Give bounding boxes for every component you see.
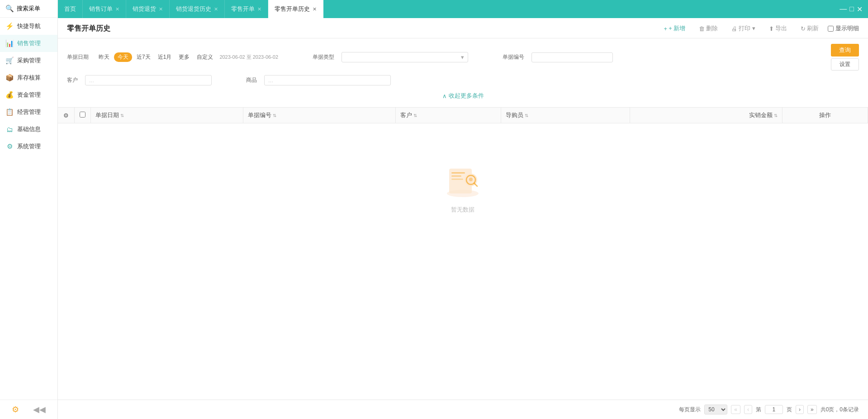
sort-date-icon: ⇅ <box>120 113 124 118</box>
tab-close-retail-open[interactable]: ✕ <box>257 6 261 12</box>
display-detail-checkbox[interactable] <box>828 26 834 32</box>
query-button[interactable]: 查询 <box>831 44 859 56</box>
collapse-row: ∧ 收起更多条件 <box>67 90 859 102</box>
table-body: 暂无数据 <box>58 123 868 250</box>
sidebar-item-finance[interactable]: 💰 资金管理 <box>0 86 57 104</box>
page-word-label: 第 <box>756 406 761 414</box>
tab-sales-return-history[interactable]: 销货退货历史 ✕ <box>170 0 225 18</box>
search-icon: 🔍 <box>5 5 14 13</box>
filter-row-1: 单据日期 昨天 今天 近7天 近1月 更多 自定义 2023-06-02 至 2… <box>67 44 859 71</box>
tab-close-sales-order[interactable]: ✕ <box>115 6 119 12</box>
pagination-bar: 每页显示 10 20 50 100 « ‹ 第 页 › » 共0页，0条记录 <box>58 400 868 419</box>
content-area: 零售开单历史 + + 新增 🗑 删除 🖨 打印 ▾ ⬆ 导出 <box>58 18 868 419</box>
refresh-button[interactable]: ↻ 刷新 <box>796 23 823 34</box>
date-last1m-btn[interactable]: 近1月 <box>155 52 175 62</box>
svg-rect-4 <box>451 179 463 180</box>
add-button[interactable]: + + 新增 <box>659 23 690 34</box>
sidebar-item-purchase-mgmt[interactable]: 🛒 采购管理 <box>0 52 57 69</box>
date-more-btn[interactable]: 更多 <box>176 52 192 62</box>
tab-sales-order[interactable]: 销售订单 ✕ <box>83 0 126 18</box>
th-check[interactable] <box>74 108 90 123</box>
tab-right-actions: — □ ✕ <box>840 5 868 14</box>
sidebar-item-inventory[interactable]: 📦 库存核算 <box>0 69 57 86</box>
current-page-input[interactable] <box>765 405 783 414</box>
collapse-icon[interactable]: ◀◀ <box>33 405 46 414</box>
th-doc-no[interactable]: 单据编号 ⇅ <box>243 108 395 123</box>
tab-sales-return[interactable]: 销货退货 ✕ <box>126 0 170 18</box>
sidebar-item-label: 资金管理 <box>17 91 41 99</box>
sidebar-item-label: 基础信息 <box>17 125 41 133</box>
page-size-select[interactable]: 10 20 50 100 <box>704 405 727 414</box>
quick-nav-icon: ⚡ <box>5 22 14 30</box>
th-amount[interactable]: 实销金额 ⇅ <box>630 108 782 123</box>
window-close-btn[interactable]: ✕ <box>857 5 863 14</box>
date-range: 2023-06-02 至 2023-06-02 <box>219 54 278 61</box>
config-icon: ⚙ <box>63 112 69 119</box>
doc-no-input[interactable] <box>531 52 613 62</box>
first-page-btn[interactable]: « <box>731 405 740 414</box>
date-label: 单据日期 <box>67 53 89 61</box>
page-title: 零售开单历史 <box>67 24 110 33</box>
next-page-btn[interactable]: › <box>796 405 804 414</box>
sys-mgmt-icon: ⚙ <box>5 142 14 151</box>
th-date[interactable]: 单据日期 ⇅ <box>90 108 243 123</box>
window-minimize-btn[interactable]: — <box>840 5 847 13</box>
finance-icon: 💰 <box>5 91 14 99</box>
settings-icon[interactable]: ⚙ <box>12 405 19 414</box>
tab-close-retail-open-history[interactable]: ✕ <box>313 6 317 12</box>
tab-retail-open[interactable]: 零售开单 ✕ <box>225 0 268 18</box>
sidebar-item-basic-info[interactable]: 🗂 基础信息 <box>0 121 57 138</box>
th-customer[interactable]: 客户 ⇅ <box>396 108 501 123</box>
customer-placeholder: ... <box>89 77 208 84</box>
sidebar-item-label: 快捷导航 <box>17 22 41 30</box>
sort-customer-icon: ⇅ <box>413 113 417 118</box>
date-yesterday-btn[interactable]: 昨天 <box>96 52 112 62</box>
date-last7-btn[interactable]: 近7天 <box>134 52 153 62</box>
th-guide[interactable]: 导购员 ⇅ <box>501 108 630 123</box>
product-placeholder: ... <box>268 77 387 84</box>
sidebar-item-sales-mgmt[interactable]: 📊 销售管理 <box>0 35 57 52</box>
date-today-btn[interactable]: 今天 <box>114 52 132 62</box>
operations-icon: 📋 <box>5 108 14 116</box>
sidebar-bottom: ⚙ ◀◀ <box>0 400 57 419</box>
window-maximize-btn[interactable]: □ <box>849 5 854 13</box>
date-custom-btn[interactable]: 自定义 <box>194 52 216 62</box>
tab-home[interactable]: 首页 <box>58 0 83 18</box>
th-actions: 操作 <box>783 108 868 123</box>
th-config[interactable]: ⚙ <box>58 108 74 123</box>
export-button[interactable]: ⬆ 导出 <box>764 23 792 34</box>
collapse-btn[interactable]: ∧ 收起更多条件 <box>442 90 484 102</box>
delete-button[interactable]: 🗑 删除 <box>694 23 722 34</box>
tab-close-sales-return[interactable]: ✕ <box>159 6 163 12</box>
doc-no-label: 单据编号 <box>503 53 524 61</box>
customer-select[interactable]: ... <box>85 75 212 85</box>
date-shortcuts: 昨天 今天 近7天 近1月 更多 自定义 2023-06-02 至 2023-0… <box>96 52 278 62</box>
total-info: 共0页，0条记录 <box>821 406 859 414</box>
chevron-down-icon: ▾ <box>461 54 464 61</box>
sort-amount-icon: ⇅ <box>774 113 778 118</box>
export-icon: ⬆ <box>769 25 774 32</box>
sidebar-search[interactable]: 🔍 搜索采单 <box>0 0 57 18</box>
select-all-checkbox[interactable] <box>80 112 85 118</box>
delete-icon: 🗑 <box>699 25 705 32</box>
sidebar-item-label: 采购管理 <box>17 56 41 65</box>
settings-button[interactable]: 设置 <box>831 58 859 71</box>
refresh-icon: ↻ <box>801 25 806 32</box>
sidebar-item-label: 经营管理 <box>17 108 41 116</box>
sort-guide-icon: ⇅ <box>525 113 528 118</box>
filter-row-2: 客户 ... 商品 ... <box>67 75 859 85</box>
display-detail-checkbox-label[interactable]: 显示明细 <box>828 24 859 33</box>
header-actions: + + 新增 🗑 删除 🖨 打印 ▾ ⬆ 导出 ↻ 刷新 <box>659 23 859 34</box>
tab-retail-open-history[interactable]: 零售开单历史 ✕ <box>268 0 323 18</box>
prev-page-btn[interactable]: ‹ <box>744 405 752 414</box>
sidebar-item-sys-mgmt[interactable]: ⚙ 系统管理 <box>0 138 57 155</box>
doc-type-select[interactable]: ▾ <box>342 52 468 62</box>
sidebar-item-operations[interactable]: 📋 经营管理 <box>0 104 57 121</box>
product-select[interactable]: ... <box>264 75 391 85</box>
last-page-btn[interactable]: » <box>807 405 817 414</box>
print-button[interactable]: 🖨 打印 ▾ <box>727 23 760 34</box>
filter-panel: 单据日期 昨天 今天 近7天 近1月 更多 自定义 2023-06-02 至 2… <box>58 38 868 108</box>
sidebar-item-quick-nav[interactable]: ⚡ 快捷导航 <box>0 18 57 35</box>
page-suffix-label: 页 <box>787 406 792 414</box>
tab-close-sales-return-history[interactable]: ✕ <box>214 6 218 12</box>
